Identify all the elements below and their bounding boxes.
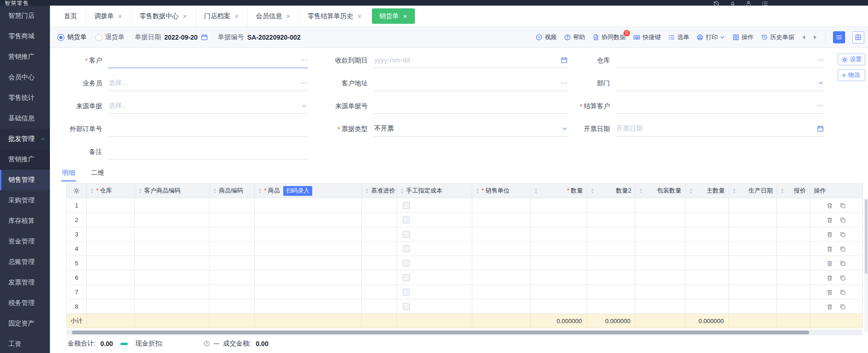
grid-cell[interactable] <box>255 285 362 299</box>
grid-cell[interactable] <box>587 285 636 299</box>
sort-icon[interactable] <box>91 188 94 194</box>
ellipsis-icon[interactable] <box>817 59 824 62</box>
grid-cell[interactable] <box>810 270 863 285</box>
grid-cell[interactable] <box>362 198 397 213</box>
calendar-icon[interactable] <box>561 57 567 63</box>
field-input[interactable]: 选择... <box>108 99 308 114</box>
grid-cell[interactable] <box>135 198 210 213</box>
manual-cost-checkbox[interactable] <box>403 289 410 296</box>
copy-row-icon[interactable] <box>840 202 846 209</box>
view-grid-toggle[interactable] <box>852 31 864 43</box>
sidebar-item-14[interactable]: 税务管理 <box>0 293 50 313</box>
tab-0[interactable]: 首页 <box>56 6 85 27</box>
copy-row-icon[interactable] <box>840 246 846 252</box>
tab-5[interactable]: 零售结算单历史× <box>299 6 370 27</box>
grid-cell[interactable] <box>397 299 472 314</box>
grid-cell[interactable] <box>810 299 863 314</box>
close-icon[interactable]: × <box>183 13 187 20</box>
close-icon[interactable]: × <box>235 13 239 20</box>
grid-cell[interactable] <box>87 227 135 242</box>
field-input[interactable] <box>108 53 308 68</box>
grid-cell[interactable] <box>686 285 729 299</box>
grid-cell[interactable] <box>472 227 531 242</box>
sort-icon[interactable] <box>365 188 369 194</box>
grid-cell[interactable] <box>255 299 362 314</box>
grid-cell[interactable] <box>777 285 810 299</box>
detail-tab-0[interactable]: 明细 <box>61 168 76 181</box>
grid-cell[interactable] <box>636 227 686 242</box>
vertical-scrollbar-thumb[interactable] <box>865 199 868 274</box>
side-button-0[interactable]: 设置 <box>838 54 865 65</box>
sort-icon[interactable] <box>733 188 736 194</box>
grid-cell[interactable] <box>777 299 810 314</box>
tab-4[interactable]: 会员信息× <box>247 6 299 27</box>
manual-cost-checkbox[interactable] <box>403 303 410 310</box>
chevron-down-icon[interactable] <box>818 80 824 86</box>
column-header-10[interactable]: 包装数量 <box>636 184 686 198</box>
delete-row-icon[interactable] <box>826 289 833 296</box>
column-header-3[interactable]: 商品编码 <box>210 184 255 198</box>
tab-1[interactable]: 调拨单× <box>85 6 131 27</box>
copy-row-icon[interactable] <box>840 231 846 238</box>
grid-cell[interactable] <box>255 227 362 242</box>
grid-cell[interactable] <box>362 242 397 256</box>
copy-row-icon[interactable] <box>840 260 846 267</box>
grid-cell[interactable] <box>255 270 362 285</box>
ellipsis-icon[interactable] <box>301 59 307 62</box>
sort-icon[interactable] <box>213 188 217 194</box>
copy-row-icon[interactable] <box>840 217 846 223</box>
close-icon[interactable]: × <box>286 13 290 20</box>
manual-cost-checkbox[interactable] <box>403 245 410 252</box>
grid-cell[interactable] <box>810 242 863 256</box>
grid-cell[interactable] <box>810 227 863 242</box>
grid-cell[interactable] <box>810 198 863 213</box>
grid-cell[interactable] <box>362 256 397 270</box>
grid-cell[interactable] <box>397 213 472 227</box>
grid-cell[interactable] <box>686 227 729 242</box>
grid-cell[interactable] <box>777 242 810 256</box>
radio-return-order[interactable]: 退货单 <box>95 33 125 42</box>
grid-cell[interactable] <box>135 270 210 285</box>
grid-cell[interactable] <box>729 242 777 256</box>
toolbar-action-2[interactable]: 协同数据0 <box>593 33 626 42</box>
sort-icon[interactable] <box>139 188 142 194</box>
column-header-7[interactable]: *销售单位 <box>472 184 531 198</box>
delete-row-icon[interactable] <box>826 231 833 238</box>
grid-cell[interactable] <box>777 270 810 285</box>
grid-cell[interactable] <box>587 242 636 256</box>
delete-row-icon[interactable] <box>826 202 833 209</box>
user-icon[interactable] <box>746 0 751 6</box>
column-header-8[interactable]: *数量 <box>531 184 587 198</box>
sidebar-item-13[interactable]: 发票管理 <box>0 272 50 293</box>
grid-cell[interactable] <box>210 270 255 285</box>
column-header-2[interactable]: 客户商品编码 <box>135 184 210 198</box>
grid-cell[interactable] <box>810 213 863 227</box>
grid-cell[interactable] <box>636 270 686 285</box>
sort-icon[interactable] <box>400 188 404 194</box>
column-header-11[interactable]: 主数量 <box>686 184 729 198</box>
sidebar-item-0[interactable]: 智慧门店 <box>0 6 50 26</box>
grid-cell[interactable] <box>135 213 210 227</box>
tab-6[interactable]: 销货单× <box>372 8 415 24</box>
detail-tab-1[interactable]: 二维 <box>90 168 105 181</box>
doc-date-value[interactable]: 2022-09-20 <box>164 34 198 41</box>
grid-cell[interactable] <box>362 227 397 242</box>
sort-icon[interactable] <box>781 188 784 194</box>
grid-cell[interactable] <box>87 242 135 256</box>
column-header-13[interactable]: 报价 <box>777 184 810 198</box>
grid-cell[interactable] <box>210 256 255 270</box>
manual-cost-checkbox[interactable] <box>403 202 410 209</box>
info-circle-icon[interactable] <box>203 340 210 347</box>
calendar-icon[interactable] <box>201 34 208 41</box>
grid-cell[interactable] <box>729 227 777 242</box>
grid-cell[interactable] <box>135 285 210 299</box>
grid-cell[interactable] <box>397 256 472 270</box>
column-header-6[interactable]: 手工指定成本 <box>397 184 472 198</box>
grid-cell[interactable] <box>397 242 472 256</box>
grid-cell[interactable] <box>397 227 472 242</box>
grid-cell[interactable] <box>686 299 729 314</box>
grid-cell[interactable] <box>729 285 777 299</box>
grid-cell[interactable] <box>362 285 397 299</box>
tab-3[interactable]: 门店档案× <box>196 6 247 27</box>
grid-cell[interactable] <box>472 270 531 285</box>
